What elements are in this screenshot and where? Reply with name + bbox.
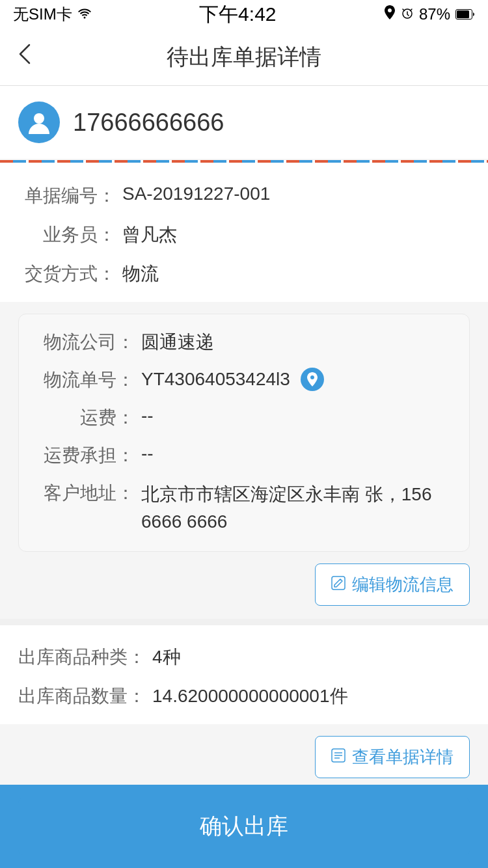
freight-value: -- — [141, 405, 451, 426]
tracking-row: 物流单号： YT43064053424l3 — [37, 368, 451, 392]
battery-icon — [455, 5, 475, 23]
confirm-outbound-button[interactable]: 确认出库 — [18, 798, 470, 855]
logistics-card: 物流公司： 圆通速递 物流单号： YT43064053424l3 运费： -- … — [18, 314, 470, 552]
edit-btn-wrapper: 编辑物流信息 — [18, 563, 470, 606]
salesperson-label: 业务员： — [18, 223, 122, 247]
salesperson-value: 曾凡杰 — [122, 223, 470, 247]
battery-text: 87% — [419, 5, 450, 23]
view-details-button[interactable]: 查看单据详情 — [315, 736, 470, 778]
page-title: 待出库单据详情 — [167, 42, 321, 72]
goods-section: 出库商品种类： 4种 出库商品数量： 14.620000000000001件 — [0, 625, 488, 724]
goods-type-value: 4种 — [152, 645, 470, 670]
logistics-company-value: 圆通速递 — [141, 330, 451, 355]
order-no-label: 单据编号： — [18, 183, 122, 208]
signal-text: 无SIM卡 — [13, 4, 72, 25]
delivery-label: 交货方式： — [18, 262, 122, 286]
back-button[interactable] — [18, 43, 31, 71]
freight-bear-row: 运费承担： -- — [37, 443, 451, 468]
view-details-btn-wrapper: 查看单据详情 — [18, 736, 470, 778]
view-details-label: 查看单据详情 — [352, 746, 454, 768]
freight-row: 运费： -- — [37, 405, 451, 430]
svg-point-3 — [34, 113, 44, 124]
time-display: 下午4:42 — [199, 1, 276, 28]
edit-logistics-label: 编辑物流信息 — [352, 573, 454, 596]
goods-type-row: 出库商品种类： 4种 — [18, 645, 470, 670]
order-no-value: SA-20191227-001 — [122, 183, 470, 204]
content-area: 17666666666 单据编号： SA-20191227-001 业务员： 曾… — [0, 86, 488, 868]
tracking-value: YT43064053424l3 — [141, 368, 451, 391]
goods-quantity-label: 出库商品数量： — [18, 684, 152, 709]
tracking-location-icon[interactable] — [301, 368, 324, 391]
confirm-btn-wrapper: 确认出库 — [0, 785, 488, 868]
delivery-value: 物流 — [122, 262, 470, 286]
delivery-row: 交货方式： 物流 — [18, 262, 470, 286]
location-status-icon — [384, 5, 396, 23]
tracking-number: YT43064053424l3 — [141, 369, 290, 390]
tracking-label: 物流单号： — [37, 368, 141, 392]
nav-bar: 待出库单据详情 — [0, 29, 488, 86]
salesperson-row: 业务员： 曾凡杰 — [18, 223, 470, 247]
freight-label: 运费： — [37, 405, 141, 430]
customer-header: 17666666666 — [0, 86, 488, 159]
logistics-company-label: 物流公司： — [37, 330, 141, 355]
svg-rect-2 — [457, 10, 469, 18]
freight-bear-value: -- — [141, 443, 451, 464]
address-value: 北京市市辖区海淀区永丰南 张，156 6666 6666 — [141, 481, 451, 536]
alarm-status-icon — [401, 5, 414, 23]
goods-type-label: 出库商品种类： — [18, 645, 152, 670]
edit-icon — [331, 575, 346, 595]
address-row: 客户地址： 北京市市辖区海淀区永丰南 张，156 6666 6666 — [37, 481, 451, 536]
svg-rect-4 — [332, 576, 345, 590]
edit-logistics-button[interactable]: 编辑物流信息 — [315, 563, 470, 606]
wifi-icon — [77, 6, 92, 23]
status-bar: 无SIM卡 下午4:42 87% — [0, 0, 488, 29]
dashed-divider — [0, 160, 488, 164]
goods-quantity-value: 14.620000000000001件 — [152, 684, 470, 709]
freight-bear-label: 运费承担： — [37, 443, 141, 468]
goods-quantity-row: 出库商品数量： 14.620000000000001件 — [18, 684, 470, 709]
address-label: 客户地址： — [37, 481, 141, 506]
avatar — [18, 102, 60, 143]
order-no-row: 单据编号： SA-20191227-001 — [18, 183, 470, 208]
customer-phone: 17666666666 — [73, 109, 224, 137]
document-icon — [331, 747, 346, 767]
logistics-company-row: 物流公司： 圆通速递 — [37, 330, 451, 355]
section-divider — [0, 619, 488, 625]
order-info-section: 单据编号： SA-20191227-001 业务员： 曾凡杰 交货方式： 物流 — [0, 164, 488, 302]
